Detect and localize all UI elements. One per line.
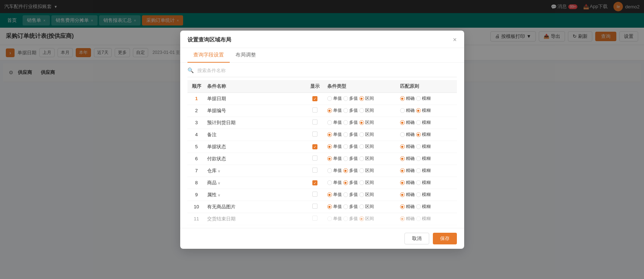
modal-tab-query-fields-label: 查询字段设置 bbox=[193, 52, 224, 58]
modal-search-icon: 🔍 bbox=[187, 67, 194, 73]
modal-search: 🔍 bbox=[187, 67, 457, 77]
modal-tab-layout-adjust-label: 布局调整 bbox=[236, 52, 256, 58]
modal-conditions-table: 顺序 条件名称 显示 条件类型 匹配原则 1单据日期单值多值区间精确模糊2单据编… bbox=[187, 80, 457, 85]
col-name-header: 条件名称 bbox=[206, 83, 304, 85]
modal-close-button[interactable]: × bbox=[453, 36, 457, 43]
modal-tab-query-fields[interactable]: 查询字段设置 bbox=[187, 48, 230, 63]
modal-tabs: 查询字段设置 布局调整 bbox=[180, 48, 464, 63]
modal-body: 🔍 顺序 条件名称 显示 条件类型 匹配原则 1单据日期单值多值区间精确模糊2单… bbox=[180, 63, 464, 85]
col-order-header: 顺序 bbox=[187, 83, 206, 85]
modal-search-input[interactable] bbox=[195, 67, 268, 74]
modal-overlay: 设置查询区域布局 × 查询字段设置 布局调整 🔍 顺序 bbox=[0, 0, 644, 85]
modal-tab-layout-adjust[interactable]: 布局调整 bbox=[230, 48, 262, 63]
col-match-header: 匹配原则 bbox=[399, 83, 457, 85]
col-type-header: 条件类型 bbox=[326, 83, 399, 85]
modal-title: 设置查询区域布局 bbox=[187, 36, 231, 43]
modal-header: 设置查询区域布局 × bbox=[180, 31, 464, 48]
settings-modal: 设置查询区域布局 × 查询字段设置 布局调整 🔍 顺序 bbox=[180, 31, 464, 85]
col-show-header: 显示 bbox=[304, 83, 326, 85]
modal-table-header: 顺序 条件名称 显示 条件类型 匹配原则 bbox=[187, 80, 457, 85]
